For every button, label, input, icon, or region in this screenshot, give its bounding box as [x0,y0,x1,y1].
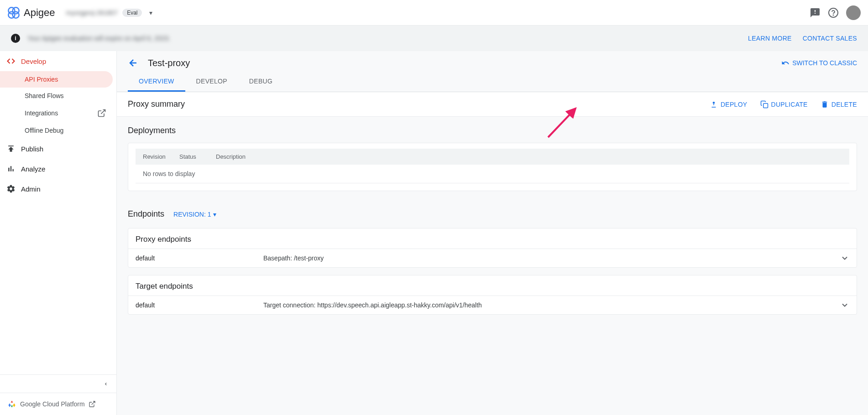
proxy-endpoint-name: default [136,254,263,262]
nav-shared-flows[interactable]: Shared Flows [0,88,113,104]
external-link-icon [89,400,96,408]
revision-dropdown[interactable]: REVISION: 1 ▾ [173,211,216,218]
feedback-icon[interactable] [810,7,821,18]
nav-develop-header[interactable]: Develop [0,51,116,71]
info-icon: i [11,34,20,43]
proxy-endpoints-card: Proxy endpoints default Basepath: /test-… [128,228,857,268]
undo-icon [781,59,790,67]
project-selector[interactable]: myorgproj-261807 Eval ▾ [66,9,153,17]
chevron-down-icon[interactable] [840,254,849,263]
deploy-label: DEPLOY [721,101,748,108]
tab-overview[interactable]: OVERVIEW [128,72,185,92]
col-revision: Revision [143,153,179,160]
help-icon[interactable] [828,7,839,18]
contact-sales-link[interactable]: CONTACT SALES [803,35,857,42]
svg-point-6 [713,102,715,104]
nav-integrations-label: Integrations [25,109,58,117]
nav-develop-section: Develop API Proxies Shared Flows Integra… [0,51,116,139]
duplicate-label: DUPLICATE [771,101,808,108]
publish-icon [6,144,16,153]
deployments-heading: Deployments [128,126,857,135]
nav-offline-debug[interactable]: Offline Debug [0,122,113,139]
nav-publish[interactable]: Publish [0,139,116,159]
info-banner: i Your Apigee evaluation will expire on … [0,26,868,51]
gcp-label: Google Cloud Platform [20,400,85,408]
target-endpoints-card: Target endpoints default Target connecti… [128,275,857,315]
logo-area: Apigee [7,6,66,19]
tab-develop[interactable]: DEVELOP [185,72,238,92]
endpoints-bar: Endpoints REVISION: 1 ▾ [128,209,857,219]
nav-admin-label: Admin [21,185,41,193]
dropdown-arrow-icon: ▾ [149,9,152,16]
banner-text: Your Apigee evaluation will expire on Ap… [27,35,170,42]
nav-admin[interactable]: Admin [0,179,116,199]
endpoints-heading: Endpoints [128,209,164,219]
target-endpoint-detail: Target connection: https://dev.speech.ap… [263,301,840,309]
svg-rect-7 [763,103,768,108]
table-header: Revision Status Description [136,149,849,165]
brand-name: Apigee [24,7,55,19]
sidebar-collapse[interactable] [0,374,116,393]
duplicate-icon [760,100,769,109]
deploy-button[interactable]: DEPLOY [710,100,748,109]
deployments-section: Deployments Revision Status Description … [117,117,868,200]
sidebar: Develop API Proxies Shared Flows Integra… [0,51,117,415]
nav-develop-label: Develop [21,57,46,65]
nav-api-proxies-label: API Proxies [25,76,58,83]
learn-more-link[interactable]: LEARN MORE [748,35,792,42]
external-link-icon [97,109,106,118]
nav-api-proxies[interactable]: API Proxies [0,71,113,88]
tab-debug[interactable]: DEBUG [238,72,283,92]
proxy-endpoint-detail: Basepath: /test-proxy [263,254,840,262]
dropdown-arrow-icon: ▾ [213,211,216,218]
nav-publish-label: Publish [21,145,43,153]
summary-actions: DEPLOY DUPLICATE DELETE [710,100,857,109]
project-name: myorgproj-261807 [66,9,118,16]
target-endpoint-row[interactable]: default Target connection: https://dev.s… [128,296,857,314]
chevron-left-icon [104,381,108,387]
summary-bar: Proxy summary DEPLOY DUPLICATE DELETE [117,92,868,117]
switch-to-classic-button[interactable]: SWITCH TO CLASSIC [781,59,857,67]
gcp-logo-icon [7,399,16,409]
nav-integrations[interactable]: Integrations [0,104,113,122]
analytics-icon [6,164,16,173]
switch-classic-label: SWITCH TO CLASSIC [792,59,857,67]
delete-label: DELETE [831,101,857,108]
user-avatar[interactable] [846,5,861,20]
eval-badge: Eval [122,9,142,17]
deployments-table: Revision Status Description No rows to d… [136,149,849,183]
nav-shared-flows-label: Shared Flows [25,92,64,99]
tabs: OVERVIEW DEVELOP DEBUG [117,72,868,92]
chevron-down-icon[interactable] [840,301,849,310]
main-layout: Develop API Proxies Shared Flows Integra… [0,51,868,415]
deploy-icon [710,100,718,109]
gear-icon [6,184,16,193]
endpoints-section: Endpoints REVISION: 1 ▾ Proxy endpoints … [117,200,868,331]
delete-button[interactable]: DELETE [821,100,857,109]
col-description: Description [216,153,842,160]
proxy-endpoints-title: Proxy endpoints [128,228,857,249]
summary-title: Proxy summary [128,99,185,109]
svg-point-3 [13,11,19,18]
banner-actions: LEARN MORE CONTACT SALES [748,35,857,42]
svg-point-5 [833,15,834,15]
content-header: Test-proxy SWITCH TO CLASSIC [117,51,868,68]
empty-row: No rows to display [136,165,849,183]
back-arrow-icon[interactable] [128,57,139,68]
apigee-logo-icon [7,6,20,19]
content-area: Test-proxy SWITCH TO CLASSIC OVERVIEW DE… [117,51,868,415]
nav-analyze[interactable]: Analyze [0,159,116,179]
deployments-card: Revision Status Description No rows to d… [128,143,857,191]
sidebar-content: Develop API Proxies Shared Flows Integra… [0,51,116,374]
gcp-footer-link[interactable]: Google Cloud Platform [0,393,116,415]
col-status: Status [179,153,216,160]
duplicate-button[interactable]: DUPLICATE [760,100,808,109]
header-right [810,5,861,20]
top-header: Apigee myorgproj-261807 Eval ▾ [0,0,868,26]
revision-label: REVISION: 1 [173,211,211,218]
target-endpoint-name: default [136,301,263,309]
target-endpoints-title: Target endpoints [128,275,857,296]
nav-offline-debug-label: Offline Debug [25,127,63,134]
code-icon [6,57,16,66]
proxy-endpoint-row[interactable]: default Basepath: /test-proxy [128,249,857,267]
